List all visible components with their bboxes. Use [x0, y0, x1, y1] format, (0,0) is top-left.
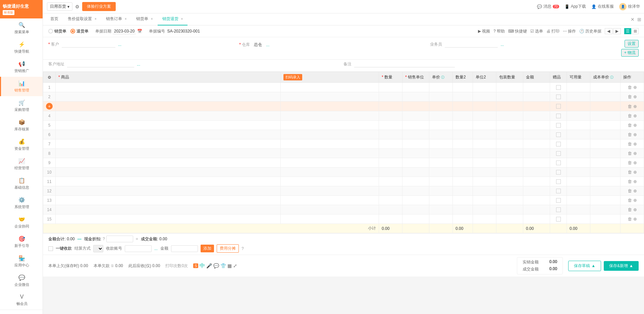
- amount-cell[interactable]: [523, 121, 550, 130]
- pkgqty-cell[interactable]: [496, 177, 523, 186]
- price-cell[interactable]: [429, 102, 453, 111]
- product-cell[interactable]: [56, 205, 281, 214]
- amount-cell[interactable]: [523, 205, 550, 214]
- qty-cell[interactable]: [379, 102, 402, 111]
- delete-icon[interactable]: 🗑: [628, 141, 632, 146]
- unit-cell[interactable]: [402, 121, 429, 130]
- unit2-cell[interactable]: [473, 111, 496, 121]
- copy-icon[interactable]: ⊕: [633, 188, 637, 193]
- product-cell[interactable]: [56, 130, 281, 139]
- avail-cell[interactable]: [567, 121, 590, 130]
- account-dots[interactable]: ...: [154, 246, 158, 251]
- qty2-cell[interactable]: [453, 186, 473, 196]
- copy-icon[interactable]: ⊕: [633, 160, 637, 165]
- customer-input[interactable]: [62, 41, 115, 48]
- qty2-cell[interactable]: [453, 158, 473, 168]
- amount-cell[interactable]: [523, 83, 550, 92]
- unit2-cell[interactable]: [473, 92, 496, 102]
- price-cell[interactable]: [429, 196, 453, 205]
- price-cell[interactable]: [429, 139, 453, 149]
- unit2-cell[interactable]: [473, 121, 496, 130]
- unit2-cell[interactable]: [473, 168, 496, 177]
- copy-icon[interactable]: ⊕: [633, 141, 637, 146]
- gift-checkbox[interactable]: [556, 123, 561, 128]
- price-cell[interactable]: [429, 186, 453, 196]
- qty2-cell[interactable]: [453, 92, 473, 102]
- radio-return[interactable]: 退货单: [70, 28, 89, 34]
- qty-cell[interactable]: [379, 196, 402, 205]
- gift-checkbox[interactable]: [556, 142, 561, 146]
- delete-icon[interactable]: 🗑: [628, 104, 632, 109]
- sidebar-settings-btn[interactable]: ⚙: [17, 313, 26, 314]
- qty2-cell[interactable]: [453, 121, 473, 130]
- unit-cell[interactable]: [402, 149, 429, 158]
- topbar-gear-icon[interactable]: ⚙: [75, 4, 79, 9]
- fee-split-btn[interactable]: 费用分摊: [217, 244, 239, 253]
- sidebar-item-member[interactable]: V 畅会员: [0, 291, 43, 310]
- product-cell[interactable]: [56, 214, 281, 224]
- app-download-item[interactable]: 📱 App下载: [565, 4, 586, 9]
- sidebar-item-purchase[interactable]: 🛒 采购管理: [0, 96, 43, 116]
- product-cell[interactable]: [56, 177, 281, 186]
- gift-checkbox[interactable]: [556, 151, 561, 156]
- one-click-checkbox[interactable]: [48, 246, 53, 251]
- copy-icon[interactable]: ⊕: [633, 94, 637, 99]
- cost-cell[interactable]: [590, 102, 621, 111]
- pkgqty-cell[interactable]: [496, 130, 523, 139]
- copy-icon[interactable]: ⊕: [633, 85, 637, 90]
- operation-btn[interactable]: ⋯ 操作: [563, 28, 576, 34]
- history-prev-btn[interactable]: ◀: [605, 28, 612, 34]
- sidebar-item-wechat[interactable]: 💬 企业微信: [0, 271, 43, 291]
- delete-icon[interactable]: 🗑: [628, 160, 632, 165]
- copy-icon[interactable]: ⊕: [633, 123, 637, 128]
- tab-delivery-close[interactable]: ×: [151, 17, 153, 21]
- qty-cell[interactable]: [379, 121, 402, 130]
- avail-cell[interactable]: [567, 102, 590, 111]
- cost-cell[interactable]: [590, 214, 621, 224]
- product-cell[interactable]: [56, 196, 281, 205]
- tab-order-close[interactable]: ×: [125, 17, 127, 21]
- select-btn[interactable]: ☑ 选单: [530, 28, 543, 34]
- cost-cell[interactable]: [590, 130, 621, 139]
- shortcut-btn[interactable]: ⌨ 快捷键: [508, 28, 527, 34]
- qty2-cell[interactable]: [453, 168, 473, 177]
- gift-checkbox[interactable]: [556, 189, 561, 193]
- product-cell[interactable]: [56, 158, 281, 168]
- price-cell[interactable]: [429, 121, 453, 130]
- avail-cell[interactable]: [567, 186, 590, 196]
- delete-icon[interactable]: 🗑: [628, 94, 632, 99]
- avail-cell[interactable]: [567, 92, 590, 102]
- gift-checkbox[interactable]: [556, 198, 561, 203]
- unit2-cell[interactable]: [473, 130, 496, 139]
- qty2-cell[interactable]: [453, 205, 473, 214]
- delete-icon[interactable]: 🗑: [628, 132, 632, 137]
- amount-cell[interactable]: [523, 92, 550, 102]
- tab-close-all-icon[interactable]: ✕: [631, 17, 635, 22]
- address-dots[interactable]: ...: [137, 62, 140, 67]
- sidebar-item-system[interactable]: ⚙️ 系统管理: [0, 193, 43, 213]
- qty-cell[interactable]: [379, 158, 402, 168]
- qty-cell[interactable]: [379, 139, 402, 149]
- pkgqty-cell[interactable]: [496, 196, 523, 205]
- delete-icon[interactable]: 🗑: [628, 198, 632, 203]
- add-logistics-btn[interactable]: + 物流: [621, 49, 639, 57]
- product-cell[interactable]: [56, 121, 281, 130]
- pkgqty-cell[interactable]: [496, 92, 523, 102]
- delete-icon[interactable]: 🗑: [628, 207, 632, 212]
- qty2-cell[interactable]: [453, 102, 473, 111]
- amount-cell[interactable]: [523, 186, 550, 196]
- product-cell-active[interactable]: [56, 102, 281, 111]
- avail-cell[interactable]: [567, 196, 590, 205]
- unit2-cell[interactable]: [473, 214, 496, 224]
- pkgqty-cell[interactable]: [496, 205, 523, 214]
- message-item[interactable]: 💬 消息 70: [537, 4, 559, 9]
- gift-checkbox[interactable]: [556, 132, 561, 137]
- date-value[interactable]: 2023-03-20: [113, 28, 136, 34]
- avail-cell[interactable]: [567, 149, 590, 158]
- add-row-btn[interactable]: +: [46, 103, 53, 110]
- tab-delivery[interactable]: 销货单 ×: [131, 13, 158, 25]
- unit-cell[interactable]: [402, 177, 429, 186]
- tab-return-close[interactable]: ×: [181, 17, 183, 21]
- qty2-cell[interactable]: [453, 111, 473, 121]
- help-btn[interactable]: ? 帮助: [493, 28, 505, 34]
